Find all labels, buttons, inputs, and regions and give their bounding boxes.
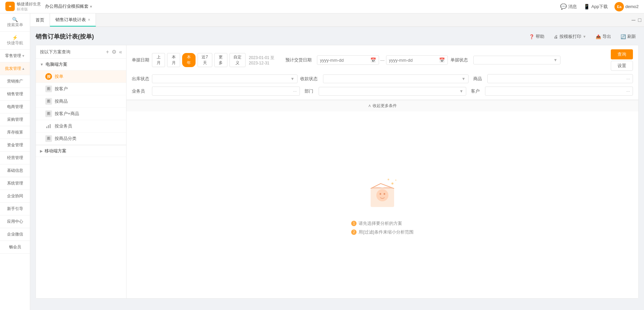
scheme-icon-order: 按 (45, 73, 52, 80)
date-btn-thismonth[interactable]: 本月 (167, 53, 180, 67)
sidebar-item-cooperation[interactable]: 企业协同 (0, 190, 30, 203)
scheme-item-by-salesman[interactable]: 按业务员 (36, 120, 126, 133)
customer-text-input[interactable] (488, 89, 625, 94)
payment-status-select[interactable]: ▼ (323, 74, 469, 83)
page-actions: ❓ 帮助 🖨 按模板打印 ▼ 📤 导出 🔄 刷新 (526, 32, 639, 41)
scheme-item-by-goods[interactable]: 图 按商品 (36, 95, 126, 108)
salesman-text-input[interactable] (155, 89, 292, 94)
department-chevron: ▼ (459, 89, 463, 94)
expected-date-from[interactable]: 📅 (317, 55, 379, 65)
sidebar-item-newuser[interactable]: 新手引导 (0, 203, 30, 215)
user-menu[interactable]: Ea demo2 (614, 2, 639, 11)
bill-status-select[interactable]: ▼ (473, 56, 560, 64)
sidebar-item-enterprise-wechat[interactable]: 企业微信 (0, 228, 30, 241)
message-btn[interactable]: 💬 消息 (560, 3, 577, 10)
department-select[interactable]: ▼ (319, 87, 467, 96)
sidebar-label-inventory: 库存核算 (7, 130, 23, 135)
date-filter-group: 上月 本月 本年 近7天 更多 自定义 2023-01-01 至 2023-12… (152, 53, 283, 67)
sidebar-search[interactable]: 🔍 搜索菜单 (0, 13, 30, 32)
sidebar-quick-nav[interactable]: ⚡ 快捷导航 (0, 32, 30, 50)
data-area: 1 请先选择要分析的方案 2 用[过滤]条件来缩小分析范围 (126, 111, 638, 298)
sidebar-item-wholesale[interactable]: 批发管理 ▲ (0, 62, 30, 75)
scheme-item-by-customer-goods[interactable]: 图 按客户+商品 (36, 108, 126, 120)
scheme-icon-customer: 图 (45, 86, 52, 92)
date-btn-more[interactable]: 更多 (214, 53, 227, 67)
cal-icon-to[interactable]: 📅 (439, 57, 445, 63)
sidebar-item-basic-info[interactable]: 基础信息 (0, 164, 30, 177)
sidebar-item-appcenter[interactable]: 应用中心 (0, 215, 30, 228)
settings-button[interactable]: 设置 (611, 61, 633, 71)
help-btn[interactable]: ❓ 帮助 (526, 32, 547, 41)
page-title: 销售订单统计表(按单) (36, 33, 94, 41)
delivery-status-select[interactable]: ▼ (152, 74, 298, 83)
tab-bar-actions: ─ □ (629, 13, 644, 27)
date-btn-7days[interactable]: 近7天 (198, 53, 212, 67)
scheme-item-by-order[interactable]: 按 按单 (36, 70, 126, 83)
scheme-icon-goods: 图 (45, 98, 52, 105)
scheme-group-mobile[interactable]: ▶ 移动端方案 (36, 145, 126, 157)
scheme-item-by-customer[interactable]: 图 按客户 (36, 83, 126, 95)
salesman-more-icon[interactable]: ··· (293, 89, 297, 94)
sidebar-item-ecommerce[interactable]: 电商管理 (0, 101, 30, 113)
cal-icon-from[interactable]: 📅 (370, 57, 376, 63)
group-expand-icon: ▼ (40, 62, 44, 66)
goods-input[interactable]: ··· (487, 74, 633, 83)
sidebar-label-finance: 资金管理 (7, 143, 23, 147)
expected-date-from-input[interactable] (320, 58, 369, 63)
sidebar-item-sales[interactable]: 销售管理 (0, 88, 30, 101)
department-label: 部门 (303, 88, 316, 94)
sidebar-item-system[interactable]: 系统管理 (0, 177, 30, 190)
scheme-add-btn[interactable]: + (106, 49, 109, 55)
sidebar-item-marketing[interactable]: 营销推广 (0, 75, 30, 88)
tab-minimize-btn[interactable]: ─ (632, 17, 635, 23)
tab-sales-order-stat[interactable]: 销售订单统计表 × (50, 13, 96, 27)
sidebar-label-retail: 零售管理 (5, 53, 21, 59)
scheme-settings-btn[interactable]: ⚙ (112, 49, 116, 55)
tab-maximize-btn[interactable]: □ (638, 17, 641, 23)
app-download-btn[interactable]: 📱 App下载 (584, 4, 608, 10)
sidebar-item-purchase[interactable]: 采购管理 (0, 113, 30, 126)
date-btn-lastmonth[interactable]: 上月 (152, 53, 165, 67)
empty-tips: 1 请先选择要分析的方案 2 用[过滤]条件来缩小分析范围 (351, 219, 413, 237)
sidebar-label-ecommerce: 电商管理 (7, 104, 23, 109)
page-content: 销售订单统计表(按单) ❓ 帮助 🖨 按模板打印 ▼ 📤 导出 (30, 27, 644, 310)
goods-label: 商品 (471, 76, 485, 82)
expected-date-to[interactable]: 📅 (386, 55, 448, 65)
goods-text-input[interactable] (490, 76, 625, 81)
date-btn-thisyear[interactable]: 本年 (182, 53, 195, 67)
sidebar-item-finance[interactable]: 资金管理 (0, 139, 30, 152)
scheme-item-by-goods-category[interactable]: 图 按商品分类 (36, 133, 126, 145)
customer-input[interactable]: ··· (485, 87, 633, 96)
split-container: 按以下方案查询 + ⚙ « ▼ 电脑端方案 (36, 45, 638, 298)
date-btn-custom[interactable]: 自定义 (229, 53, 246, 67)
logo-area: 畅捷通好生意 标准版 (5, 2, 41, 12)
sidebar-item-inventory[interactable]: 库存核算 (0, 126, 30, 139)
sidebar-label-wholesale: 批发管理 (5, 66, 21, 71)
expected-date-to-input[interactable] (389, 58, 438, 63)
salesman-input[interactable]: ··· (152, 87, 300, 96)
scheme-group-pc[interactable]: ▼ 电脑端方案 (36, 59, 126, 70)
tab-close-icon[interactable]: × (88, 17, 90, 22)
salesman-label: 业务员 (132, 88, 149, 94)
scheme-panel-header: 按以下方案查询 + ⚙ « (36, 45, 126, 59)
goods-more-icon[interactable]: ··· (626, 76, 630, 81)
print-btn[interactable]: 🖨 按模板打印 ▼ (551, 32, 589, 41)
customer-more-icon[interactable]: ··· (626, 89, 630, 94)
query-button[interactable]: 查询 (611, 49, 633, 59)
layout: 🔍 搜索菜单 ⚡ 快捷导航 零售管理 ▼ 批发管理 ▲ 营销推广 销售管理 电商… (0, 13, 644, 310)
refresh-btn[interactable]: 🔄 刷新 (618, 32, 639, 41)
tab-home[interactable]: 首页 (30, 13, 50, 27)
expected-date-group: 📅 — 📅 (317, 55, 448, 65)
tip-num-2: 2 (351, 229, 357, 235)
sidebar-item-retail[interactable]: 零售管理 ▼ (0, 50, 30, 62)
top-bar-left: 畅捷通好生意 标准版 办公用品行业模拟账套 ▾ (5, 2, 92, 12)
app-selector[interactable]: 办公用品行业模拟账套 ▾ (45, 3, 92, 9)
export-btn[interactable]: 📤 导出 (593, 32, 614, 41)
print-icon: 🖨 (554, 34, 558, 39)
collapse-bar[interactable]: ∧ 收起更多条件 (126, 100, 638, 111)
sidebar-item-member[interactable]: 畅会员 (0, 241, 30, 254)
sidebar-label-member: 畅会员 (9, 245, 21, 249)
top-bar-right: 💬 消息 📱 App下载 Ea demo2 (560, 2, 639, 11)
scheme-collapse-btn[interactable]: « (119, 49, 122, 55)
sidebar-item-operations[interactable]: 经营管理 (0, 152, 30, 164)
